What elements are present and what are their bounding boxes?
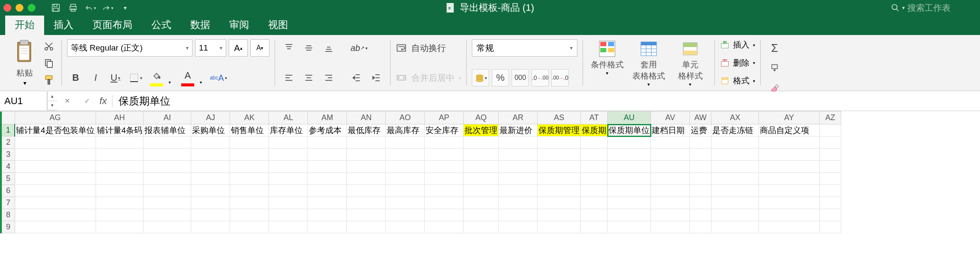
row-header[interactable]: 4 xyxy=(2,161,15,173)
name-box[interactable]: AU1 xyxy=(0,91,48,111)
column-header[interactable]: AX xyxy=(711,111,759,124)
row-header[interactable]: 8 xyxy=(2,209,15,221)
conditional-format-button[interactable]: 条件格式 ▾ xyxy=(588,39,626,76)
align-bottom-button[interactable] xyxy=(320,39,337,57)
cell[interactable] xyxy=(608,161,651,173)
cell[interactable] xyxy=(711,149,759,161)
tab-formulas[interactable]: 公式 xyxy=(142,15,181,35)
cell[interactable] xyxy=(820,137,841,149)
cell[interactable] xyxy=(230,185,269,197)
cell[interactable] xyxy=(347,185,386,197)
row-header[interactable]: 7 xyxy=(2,197,15,209)
cell[interactable] xyxy=(386,197,425,209)
redo-icon[interactable]: ▾ xyxy=(102,2,113,13)
cell[interactable]: 采购单位 xyxy=(191,124,230,137)
cell[interactable] xyxy=(711,197,759,209)
cell[interactable] xyxy=(538,161,581,173)
cell[interactable] xyxy=(820,149,841,161)
cell[interactable] xyxy=(499,137,538,149)
cell[interactable] xyxy=(347,197,386,209)
cell[interactable] xyxy=(464,137,499,149)
cell[interactable]: 商品自定义项 xyxy=(759,124,820,137)
cell[interactable] xyxy=(499,149,538,161)
cell[interactable] xyxy=(581,197,608,209)
column-header[interactable]: AY xyxy=(759,111,820,124)
decrease-font-button[interactable]: A▾ xyxy=(250,39,269,57)
cell[interactable] xyxy=(15,221,96,233)
cell[interactable] xyxy=(386,161,425,173)
cell[interactable] xyxy=(759,209,820,221)
tab-page-layout[interactable]: 页面布局 xyxy=(83,15,142,35)
cell[interactable] xyxy=(464,173,499,185)
cell[interactable] xyxy=(690,197,711,209)
wrap-text-button[interactable]: 自动换行 xyxy=(396,39,461,57)
column-header[interactable]: AL xyxy=(269,111,308,124)
cell[interactable] xyxy=(499,197,538,209)
cell[interactable] xyxy=(230,137,269,149)
cell[interactable] xyxy=(608,185,651,197)
column-header[interactable]: AO xyxy=(386,111,425,124)
cell[interactable] xyxy=(386,185,425,197)
cell[interactable] xyxy=(230,221,269,233)
cell[interactable] xyxy=(759,161,820,173)
cell[interactable] xyxy=(581,209,608,221)
cell[interactable] xyxy=(347,221,386,233)
row-header[interactable]: 3 xyxy=(2,149,15,161)
align-left-button[interactable] xyxy=(280,69,298,86)
cell[interactable] xyxy=(608,221,651,233)
cell[interactable] xyxy=(96,209,144,221)
cell[interactable] xyxy=(711,161,759,173)
cell[interactable]: 辅计量4条码 xyxy=(96,124,144,137)
delete-cells-button[interactable]: × 删除▾ xyxy=(720,57,755,69)
column-header[interactable]: AG xyxy=(15,111,96,124)
column-header[interactable]: AP xyxy=(425,111,464,124)
cell[interactable] xyxy=(711,185,759,197)
cell[interactable] xyxy=(464,221,499,233)
cell[interactable] xyxy=(581,173,608,185)
cell[interactable] xyxy=(538,137,581,149)
cell[interactable] xyxy=(386,221,425,233)
cell[interactable] xyxy=(690,185,711,197)
column-header[interactable]: AQ xyxy=(464,111,499,124)
cell[interactable] xyxy=(464,197,499,209)
cell[interactable] xyxy=(820,197,841,209)
column-header[interactable]: AZ xyxy=(820,111,841,124)
cell[interactable] xyxy=(308,173,347,185)
decrease-decimal-button[interactable]: .00→.0 xyxy=(551,69,569,86)
cell[interactable]: 参考成本 xyxy=(308,124,347,137)
fx-icon[interactable]: fx xyxy=(99,95,107,107)
cell[interactable] xyxy=(15,173,96,185)
orientation-button[interactable]: ab↗▾ xyxy=(350,39,368,57)
cell[interactable] xyxy=(820,209,841,221)
undo-icon[interactable]: ▾ xyxy=(85,2,96,13)
insert-cells-button[interactable]: + 插入▾ xyxy=(720,39,755,51)
cut-button[interactable] xyxy=(42,39,56,53)
cell[interactable] xyxy=(308,137,347,149)
cell[interactable]: 报表辅单位 xyxy=(144,124,191,137)
cell[interactable] xyxy=(144,209,191,221)
cell[interactable] xyxy=(96,149,144,161)
tab-review[interactable]: 审阅 xyxy=(220,15,259,35)
column-header[interactable]: AN xyxy=(347,111,386,124)
cell[interactable] xyxy=(308,197,347,209)
column-header[interactable]: AS xyxy=(538,111,581,124)
align-right-button[interactable] xyxy=(320,69,337,86)
cell[interactable] xyxy=(308,149,347,161)
cell[interactable] xyxy=(499,161,538,173)
search-input[interactable] xyxy=(907,3,977,13)
cell[interactable] xyxy=(269,149,308,161)
paste-button[interactable]: 粘贴 ▾ xyxy=(10,39,40,86)
cell[interactable] xyxy=(711,137,759,149)
fill-color-button[interactable]: ▾ xyxy=(147,69,167,86)
cell[interactable] xyxy=(820,161,841,173)
cell[interactable] xyxy=(347,161,386,173)
cell[interactable] xyxy=(191,161,230,173)
cell[interactable] xyxy=(651,185,690,197)
cell[interactable] xyxy=(759,185,820,197)
cell[interactable]: 运费 xyxy=(690,124,711,137)
cell[interactable] xyxy=(464,149,499,161)
font-size-select[interactable]: 11▾ xyxy=(195,39,226,57)
cell[interactable] xyxy=(308,161,347,173)
borders-button[interactable]: ▾ xyxy=(127,69,144,86)
cell-styles-button[interactable]: 单元 格样式 ▾ xyxy=(671,39,709,87)
